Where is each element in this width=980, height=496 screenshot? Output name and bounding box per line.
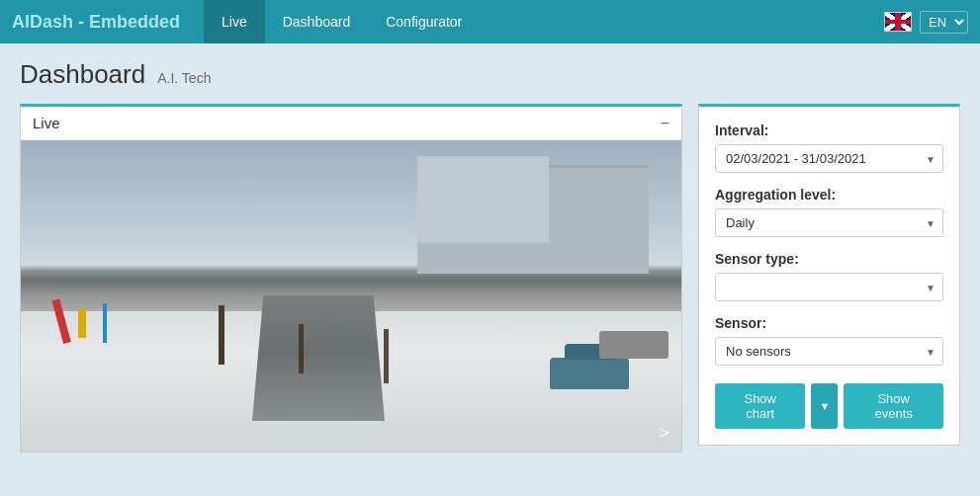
show-chart-button[interactable]: Show chart [715, 383, 805, 429]
nav-right: EN [884, 11, 968, 34]
flag-icon [884, 12, 912, 32]
language-select[interactable]: EN [920, 11, 968, 34]
interval-select[interactable]: 02/03/2021 - 31/03/2021 [715, 144, 943, 173]
page-subtitle: A.I. Tech [157, 70, 211, 86]
page-content: Dashboard A.I. Tech Live − [0, 43, 980, 468]
sensor-select-wrapper: No sensors [715, 337, 943, 366]
swing-post [103, 303, 107, 343]
tree2 [299, 324, 304, 373]
aggregation-label: Aggregation level: [715, 187, 943, 203]
sensor-type-select[interactable] [715, 273, 943, 301]
road [252, 295, 385, 420]
brand-text: Dash - Embedded [30, 12, 180, 32]
nav-live[interactable]: Live [204, 0, 265, 43]
slide-red [52, 298, 71, 344]
page-title: Dashboard [20, 59, 145, 90]
sensor-type-label: Sensor type: [715, 251, 943, 267]
navbar: AIDash - Embedded Live Dashboard Configu… [0, 0, 980, 43]
action-buttons: Show chart ▼ Show events [715, 383, 943, 429]
sensor-label: Sensor: [715, 315, 943, 331]
nav-links: Live Dashboard Configurator [204, 0, 884, 43]
interval-label: Interval: [715, 123, 943, 138]
date-range-wrapper: 02/03/2021 - 31/03/2021 [715, 144, 943, 173]
scene [21, 140, 681, 452]
slide-yellow [78, 308, 86, 338]
live-video-area: > [21, 140, 681, 452]
tree3 [384, 329, 389, 383]
video-arrow[interactable]: > [659, 423, 669, 444]
playground [53, 249, 219, 343]
show-chart-label: Show chart [729, 391, 791, 421]
aggregation-select[interactable]: Daily Weekly Monthly [715, 208, 943, 237]
live-panel-title: Live [33, 115, 60, 131]
main-layout: Live − [20, 104, 960, 453]
app-brand: AIDash - Embedded [12, 12, 180, 33]
nav-dashboard[interactable]: Dashboard [265, 0, 369, 43]
right-panel: Interval: 02/03/2021 - 31/03/2021 Aggreg… [698, 104, 960, 446]
nav-configurator[interactable]: Configurator [368, 0, 480, 43]
brand-highlight: AI [12, 12, 30, 32]
show-events-button[interactable]: Show events [844, 383, 943, 429]
live-panel-header: Live − [21, 107, 681, 140]
aggregation-select-wrapper: Daily Weekly Monthly [715, 208, 943, 237]
show-chart-dropdown-button[interactable]: ▼ [811, 383, 838, 429]
page-header: Dashboard A.I. Tech [20, 59, 960, 90]
sensor-select[interactable]: No sensors [715, 337, 943, 366]
sensor-type-select-wrapper [715, 273, 943, 301]
car1 [550, 358, 629, 389]
building-bg2 [417, 156, 550, 243]
video-placeholder: > [21, 140, 681, 452]
car2 [599, 331, 668, 359]
sensor-group: Sensor: No sensors [715, 315, 943, 366]
live-panel: Live − [20, 104, 682, 453]
sensor-type-group: Sensor type: [715, 251, 943, 301]
aggregation-group: Aggregation level: Daily Weekly Monthly [715, 187, 943, 237]
minimize-button[interactable]: − [661, 116, 669, 131]
tree1 [219, 305, 224, 365]
interval-group: Interval: 02/03/2021 - 31/03/2021 [715, 123, 943, 173]
